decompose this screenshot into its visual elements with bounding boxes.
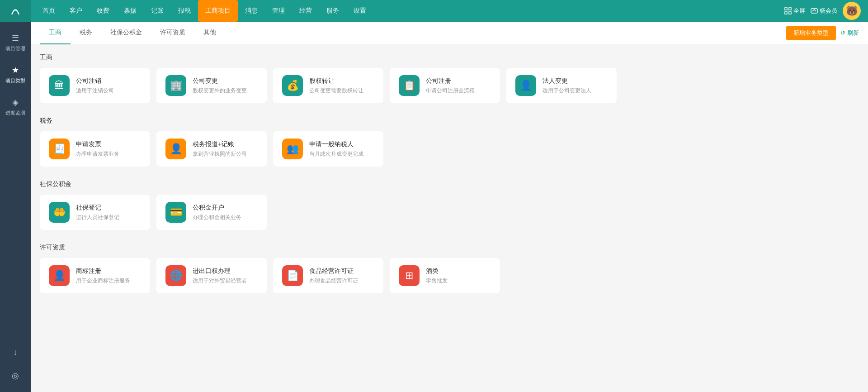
card-text: 股权转让 公司变更需要股权转让	[309, 77, 374, 95]
card-icon: ⊞	[399, 265, 420, 286]
card-icon: 👤	[165, 139, 186, 159]
nav-item-管理[interactable]: 管理	[265, 0, 292, 22]
card-icon: 👤	[515, 75, 536, 96]
tab-items: 工商税务社保公积金许可资质其他	[40, 22, 225, 44]
sidebar-icon: ↓	[10, 347, 21, 358]
card-text: 商标注册 用于企业商标注册服务	[76, 267, 141, 285]
svg-rect-1	[789, 8, 791, 10]
sidebar-label: 项目类型	[5, 77, 25, 84]
main-layout: ☰项目管理★项目类型◈进度监测↓◎ 工商税务社保公积金许可资质其他 新增业务类型…	[0, 22, 868, 392]
nav-item-首页[interactable]: 首页	[35, 0, 62, 22]
card-name: 酒类	[426, 267, 491, 275]
card-公司注册[interactable]: 📋 公司注册 申请公司注册全流程	[390, 68, 500, 103]
card-text: 社保登记 进行人员社保登记	[76, 204, 141, 221]
nav-item-报税[interactable]: 报税	[171, 0, 198, 22]
card-icon: 🏢	[165, 75, 186, 96]
card-desc: 适用于公司变更法人	[542, 87, 608, 95]
card-icon: 💰	[282, 75, 303, 96]
sidebar-bottom-item[interactable]: ↓	[0, 340, 31, 364]
nav-item-消息[interactable]: 消息	[238, 0, 265, 22]
vip-label: 畅会员	[820, 7, 837, 15]
card-申请一般纳税人[interactable]: 👥 申请一般纳税人 当月或次月成变更完成	[273, 131, 383, 167]
cards-grid-工商: 🏛 公司注销 适用于注销公司 🏢 公司变更 股权变更外的业务变更 💰 股权转让 …	[40, 68, 859, 103]
card-食品经营许可证[interactable]: 📄 食品经营许可证 办理食品经营许可证	[273, 258, 383, 293]
card-进出口权办理[interactable]: 🌐 进出口权办理 适用于对外贸易经营者	[156, 258, 267, 293]
card-text: 公司注册 申请公司注册全流程	[426, 77, 491, 95]
card-text: 酒类 零售批发	[426, 267, 491, 285]
card-name: 进出口权办理	[193, 267, 258, 275]
card-股权转让[interactable]: 💰 股权转让 公司变更需要股权转让	[273, 68, 383, 103]
card-name: 税务报道+记账	[193, 140, 258, 148]
refresh-label: 刷新	[847, 29, 859, 37]
card-desc: 公司变更需要股权转让	[309, 87, 374, 95]
nav-item-收费[interactable]: 收费	[90, 0, 117, 22]
card-desc: 适用于对外贸易经营者	[193, 277, 258, 285]
sidebar-item-项目管理[interactable]: ☰项目管理	[0, 26, 31, 58]
tab-其他[interactable]: 其他	[194, 22, 225, 44]
card-name: 社保登记	[76, 204, 141, 212]
refresh-button[interactable]: ↺ 刷新	[840, 29, 859, 37]
card-申请发票[interactable]: 🧾 申请发票 办理申请发票业务	[40, 131, 150, 167]
card-商标注册[interactable]: 👤 商标注册 用于企业商标注册服务	[40, 258, 150, 293]
tab-bar-right: 新增业务类型 ↺ 刷新	[786, 26, 859, 40]
tab-社保公积金[interactable]: 社保公积金	[101, 22, 151, 44]
card-text: 食品经营许可证 办理食品经营许可证	[309, 267, 374, 285]
cards-grid-许可资质: 👤 商标注册 用于企业商标注册服务 🌐 进出口权办理 适用于对外贸易经营者 📄 …	[40, 258, 859, 293]
section-title-税务: 税务	[40, 117, 859, 125]
section-title-工商: 工商	[40, 53, 859, 62]
sidebar-icon: ◈	[10, 97, 21, 108]
add-business-type-button[interactable]: 新增业务类型	[786, 26, 836, 40]
sidebar-icon: ◎	[10, 370, 21, 381]
card-text: 公司注销 适用于注销公司	[76, 77, 141, 95]
card-desc: 进行人员社保登记	[76, 214, 141, 221]
tab-bar: 工商税务社保公积金许可资质其他 新增业务类型 ↺ 刷新	[31, 22, 868, 44]
vip-btn[interactable]: 畅会员	[811, 7, 837, 15]
nav-item-服务[interactable]: 服务	[319, 0, 346, 22]
card-desc: 拿到营业执照的新公司	[193, 150, 258, 158]
card-text: 税务报道+记账 拿到营业执照的新公司	[193, 140, 258, 158]
tab-税务[interactable]: 税务	[71, 22, 101, 44]
card-icon: 👥	[282, 139, 303, 159]
tab-许可资质[interactable]: 许可资质	[151, 22, 194, 44]
card-酒类[interactable]: ⊞ 酒类 零售批发	[390, 258, 500, 293]
sidebar-icon: ☰	[10, 33, 21, 43]
card-icon: 🤲	[49, 202, 70, 223]
sidebar-item-项目类型[interactable]: ★项目类型	[0, 58, 31, 91]
fullscreen-btn[interactable]: 全屏	[784, 7, 805, 15]
card-icon: 🏛	[49, 75, 70, 96]
svg-rect-2	[785, 12, 787, 14]
top-nav: 首页客户收费票据记账报税工商项目消息管理经营服务设置 全屏 畅会员 🐻	[0, 0, 868, 22]
nav-item-设置[interactable]: 设置	[346, 0, 373, 22]
fullscreen-label: 全屏	[793, 7, 805, 15]
card-desc: 股权变更外的业务变更	[193, 87, 258, 95]
card-desc: 办理公积金相关业务	[193, 214, 258, 221]
card-name: 申请一般纳税人	[309, 140, 374, 148]
mascot-avatar: 🐻	[843, 2, 861, 20]
tab-工商[interactable]: 工商	[40, 22, 71, 44]
nav-item-经营[interactable]: 经营	[292, 0, 319, 22]
card-desc: 办理食品经营许可证	[309, 277, 374, 285]
cards-grid-税务: 🧾 申请发票 办理申请发票业务 👤 税务报道+记账 拿到营业执照的新公司 👥 申…	[40, 131, 859, 167]
sidebar-bottom-item[interactable]: ◎	[0, 364, 31, 387]
card-公司变更[interactable]: 🏢 公司变更 股权变更外的业务变更	[156, 68, 267, 103]
card-税务报道+记账[interactable]: 👤 税务报道+记账 拿到营业执照的新公司	[156, 131, 267, 167]
nav-item-票据[interactable]: 票据	[117, 0, 144, 22]
card-name: 公司注册	[426, 77, 491, 85]
card-社保登记[interactable]: 🤲 社保登记 进行人员社保登记	[40, 195, 150, 230]
sidebar-item-进度监测[interactable]: ◈进度监测	[0, 91, 31, 123]
card-公积金开户[interactable]: 💳 公积金开户 办理公积金相关业务	[156, 195, 267, 230]
svg-rect-0	[785, 8, 787, 10]
nav-item-工商项目[interactable]: 工商项目	[198, 0, 238, 22]
card-name: 申请发票	[76, 140, 141, 148]
card-公司注销[interactable]: 🏛 公司注销 适用于注销公司	[40, 68, 150, 103]
card-法人变更[interactable]: 👤 法人变更 适用于公司变更法人	[506, 68, 617, 103]
card-name: 公司注销	[76, 77, 141, 85]
nav-item-记账[interactable]: 记账	[144, 0, 171, 22]
cards-grid-社保公积金: 🤲 社保登记 进行人员社保登记 💳 公积金开户 办理公积金相关业务	[40, 195, 859, 230]
section-title-许可资质: 许可资质	[40, 244, 859, 252]
nav-item-客户[interactable]: 客户	[62, 0, 90, 22]
card-desc: 申请公司注册全流程	[426, 87, 491, 95]
svg-rect-3	[789, 12, 791, 14]
logo	[0, 0, 31, 22]
card-icon: 🌐	[165, 265, 186, 286]
